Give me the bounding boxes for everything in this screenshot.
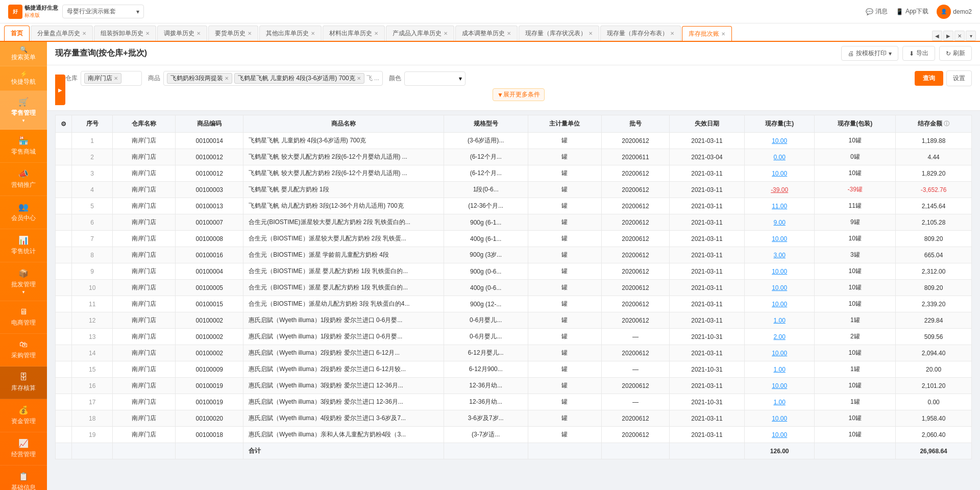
cell-batch: 20200612: [602, 312, 670, 329]
tab-close-icon[interactable]: ✕: [507, 31, 511, 36]
tab-close-icon[interactable]: ✕: [721, 31, 725, 37]
tab-product-in[interactable]: 产成品入库单历史 ✕: [386, 26, 454, 41]
app-download-btn[interactable]: 📱 App下载: [896, 7, 928, 16]
cell-stock-pkg: 1罐: [815, 312, 896, 329]
cell-balance: 2,101.20: [896, 378, 972, 394]
cell-name: 惠氏启賦（Wyeth illuma）3段奶粉 爱尔兰进口 12-36月...: [243, 378, 444, 394]
sidebar-item-retail-stats[interactable]: 📊 零售统计: [0, 229, 47, 262]
tab-disassemble[interactable]: 组装拆卸单历史 ✕: [94, 26, 156, 41]
cell-stock-main[interactable]: 10.00: [744, 165, 814, 182]
warehouse-tag-container[interactable]: 南岸门店 ✕: [81, 71, 142, 86]
shop-icon: 🏪: [18, 136, 29, 145]
cell-warehouse: 南岸门店: [113, 329, 176, 345]
industry-selector[interactable]: 母婴行业演示账套 ▾: [62, 5, 144, 18]
tab-close-icon[interactable]: ✕: [444, 31, 448, 36]
sidebar-item-inventory[interactable]: 🗄 库存核算: [0, 366, 47, 399]
cell-stock-main[interactable]: 3.00: [744, 247, 814, 263]
refresh-btn[interactable]: ↻ 刷新: [939, 46, 972, 61]
tab-close-icon[interactable]: ✕: [311, 31, 315, 36]
cell-stock-main[interactable]: 10.00: [744, 296, 814, 312]
color-select[interactable]: ▾: [404, 71, 465, 86]
cell-code: 00100007: [176, 214, 243, 231]
cell-stock-main[interactable]: 1.00: [744, 361, 814, 378]
sidebar-item-retail[interactable]: 🛒 零售管理 ▼: [0, 91, 47, 130]
cell-stock-pkg: 10罐: [815, 410, 896, 427]
sidebar-item-wholesale[interactable]: 📦 批发管理 ▼: [0, 262, 47, 301]
cell-stock-main[interactable]: 10.00: [744, 133, 814, 149]
tag-close-icon[interactable]: ✕: [357, 76, 361, 81]
tab-close-icon[interactable]: ✕: [670, 31, 674, 36]
tab-close-icon[interactable]: ✕: [197, 31, 201, 36]
cell-stock-main[interactable]: 9.00: [744, 214, 814, 231]
cell-stock-main[interactable]: -39.00: [744, 182, 814, 198]
tab-inventory-status[interactable]: 现存量（库存状况表） ✕: [519, 26, 599, 41]
sidebar-item-finance[interactable]: 💰 资金管理: [0, 399, 47, 432]
cell-stock-main[interactable]: 0.00: [744, 149, 814, 165]
col-warehouse: 仓库名称: [113, 115, 176, 133]
tab-close-all-btn[interactable]: ✕: [954, 31, 965, 41]
cell-stock-main[interactable]: 10.00: [744, 263, 814, 280]
template-print-btn[interactable]: 🖨 按模板打印 ▾: [841, 46, 898, 61]
col-spec: 规格型号: [444, 115, 528, 133]
cell-stock-main[interactable]: 10.00: [744, 410, 814, 427]
tab-inventory-dist[interactable]: 现存量（库存分布表） ✕: [600, 26, 681, 41]
product-tag-container[interactable]: 飞鹤奶粉3段两提装 ✕ 飞鹤星飞帆 儿童奶粉 4段(3-6岁适用) 700克 ✕…: [163, 71, 383, 86]
col-settings[interactable]: ⚙: [56, 115, 72, 133]
tab-batch-account[interactable]: 库存批次账 ✕: [682, 26, 732, 41]
cell-stock-main[interactable]: 11.00: [744, 198, 814, 214]
cell-unit: 罐: [528, 231, 602, 247]
tab-menu-btn[interactable]: ▾: [966, 31, 976, 41]
tab-close-icon[interactable]: ✕: [248, 31, 252, 36]
footer-empty-1: [56, 443, 72, 459]
warehouse-tag: 南岸门店 ✕: [84, 73, 121, 84]
cell-num: 9: [72, 263, 113, 280]
tab-close-icon[interactable]: ✕: [82, 31, 86, 36]
tab-picking[interactable]: 调拨单历史 ✕: [157, 26, 207, 41]
page-header: 现存量查询(按仓库+批次) 🖨 按模板打印 ▾ ⬇ 导出 ↻ 刷新: [47, 42, 980, 65]
cell-batch: —: [602, 394, 670, 410]
cell-stock-main[interactable]: 10.00: [744, 231, 814, 247]
table-row: 19 南岸门店 00100018 惠氏启賦（Wyeth illuma）亲和人体儿…: [56, 427, 972, 443]
cell-stock-main[interactable]: 10.00: [744, 427, 814, 443]
tag-close-icon[interactable]: ✕: [114, 76, 118, 81]
sidebar-item-basic[interactable]: 📋 基础信息: [0, 465, 47, 490]
sidebar-search[interactable]: 🔍 搜索英单: [0, 42, 47, 66]
setting-btn[interactable]: 设置: [946, 70, 972, 86]
cell-batch: 20200612: [602, 280, 670, 296]
filter-expand-sidebar-btn[interactable]: ▶: [55, 75, 65, 105]
sidebar-item-purchase[interactable]: 🛍 采购管理: [0, 334, 47, 366]
tab-scroll-left-btn[interactable]: ◀: [932, 31, 942, 41]
tab-close-icon[interactable]: ✕: [589, 31, 593, 36]
tab-material-out[interactable]: 材料出库单历史 ✕: [323, 26, 385, 41]
info-icon[interactable]: ⓘ: [944, 120, 949, 127]
sidebar-item-ecommerce[interactable]: 🖥 电商管理: [0, 301, 47, 334]
tab-partial-inventory[interactable]: 分量盘点单历史 ✕: [31, 26, 93, 41]
tab-close-icon[interactable]: ✕: [145, 31, 150, 36]
tab-requisition[interactable]: 要货单历史 ✕: [208, 26, 258, 41]
cell-stock-main[interactable]: 1.00: [744, 394, 814, 410]
sidebar-item-marketing[interactable]: 📣 营销推广: [0, 163, 47, 196]
tab-cost-adjust[interactable]: 成本调整单历史 ✕: [455, 26, 518, 41]
tab-home[interactable]: 首页: [4, 26, 30, 41]
tab-other-out[interactable]: 其他出库单历史 ✕: [259, 26, 322, 41]
cell-batch: 20200612: [602, 247, 670, 263]
tab-scroll-right-btn[interactable]: ▶: [943, 31, 953, 41]
tag-close-icon[interactable]: ✕: [225, 76, 229, 81]
cell-stock-main[interactable]: 10.00: [744, 378, 814, 394]
expand-more-btn[interactable]: ▼ 展开更多条件: [493, 88, 545, 101]
sidebar-item-retail-shop[interactable]: 🏪 零售商城: [0, 130, 47, 163]
export-btn[interactable]: ⬇ 导出: [902, 46, 935, 61]
cell-stock-pkg: 9罐: [815, 214, 896, 231]
cell-stock-main[interactable]: 1.00: [744, 312, 814, 329]
user-profile-btn[interactable]: 👤 demo2: [937, 5, 972, 19]
sidebar-item-operations[interactable]: 📈 经营管理: [0, 432, 47, 465]
tab-close-icon[interactable]: ✕: [374, 31, 378, 36]
sidebar-quick-nav[interactable]: ⚡ 快捷导航: [0, 66, 47, 91]
message-btn[interactable]: 💬 消息: [866, 7, 888, 16]
cell-stock-main[interactable]: 10.00: [744, 280, 814, 296]
sidebar-item-member[interactable]: 👥 会员中心: [0, 196, 47, 229]
cell-stock-main[interactable]: 2.00: [744, 329, 814, 345]
search-btn[interactable]: 查询: [915, 71, 943, 86]
cell-stock-main[interactable]: 10.00: [744, 345, 814, 361]
cell-warehouse: 南岸门店: [113, 247, 176, 263]
